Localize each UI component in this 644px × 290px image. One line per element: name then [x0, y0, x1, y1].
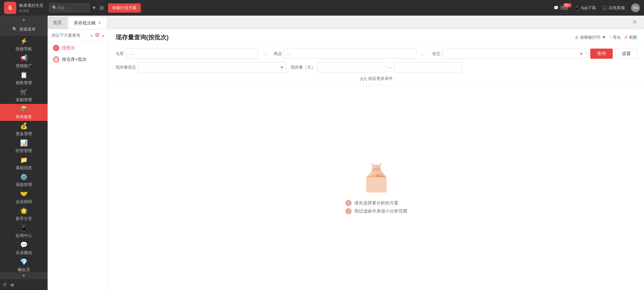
purchase-icon: 🛒 — [20, 88, 28, 96]
sidebar-item-marketing[interactable]: 📢 营销推广 — [0, 53, 48, 70]
sidebar-collapse-btn[interactable]: ◀ — [10, 282, 14, 287]
sidebar-item-wechat[interactable]: 💬 企业微信 — [0, 240, 48, 257]
left-panel-header: 按以下方案查询 + « — [48, 29, 108, 42]
collapse-up-icon: ⋀⋀ — [360, 76, 367, 81]
warehouse-more-btn[interactable]: … — [260, 50, 270, 57]
scheme-wh-batch-label: 按仓库+批次 — [62, 56, 87, 62]
tab-home[interactable]: 首页 — [48, 17, 67, 29]
print-dropdown-icon: ▼ — [602, 35, 606, 40]
user-avatar: Rit — [631, 3, 640, 12]
empty-state-illustration — [359, 162, 393, 196]
tip-item-1: 1 请先选择要分析的方案 — [345, 200, 407, 206]
filter-quantity: 现存量（主） — — [291, 62, 462, 72]
svg-point-2 — [55, 47, 57, 49]
export-btn[interactable]: ↑ 导出 — [609, 35, 621, 40]
quick-nav-icon: ⚡ — [20, 37, 28, 45]
filter-range: — — [317, 62, 462, 72]
query-btn[interactable]: 查询 — [590, 49, 613, 59]
filter-row1-actions: 查询 设置 — [590, 49, 637, 59]
sidebar-item-search-menu[interactable]: 🔍 搜索菜单 — [0, 22, 48, 36]
main-layout: ▲ 🔍 搜索菜单 ⚡ 快捷导航 📢 营销推广 📋 销售管理 🛒 采购管理 — [0, 16, 644, 290]
product-input[interactable] — [284, 49, 416, 59]
product-more-btn[interactable]: … — [419, 50, 428, 57]
sidebar-item-system[interactable]: ⚙️ 系统管理 — [0, 172, 48, 189]
sidebar-item-basic[interactable]: 📁 基础信息 — [0, 155, 48, 172]
page-container: 按以下方案查询 + « — [48, 29, 644, 290]
system-icon: ⚙️ — [20, 173, 28, 181]
sidebar-item-vip[interactable]: 💎 畅会员 — [0, 257, 48, 272]
status-select[interactable] — [442, 49, 586, 59]
messages-btn[interactable]: 💬 消息 99+ — [554, 5, 568, 11]
user-avatar-btn[interactable]: Rit — [631, 3, 640, 12]
scheme-wh-batch-icon — [53, 56, 59, 62]
brand-info: 畅康通好生意 标准版 — [19, 3, 44, 13]
sidebar-item-finance[interactable]: 💰 资金管理 — [0, 121, 48, 138]
settings-btn[interactable]: 设置 — [615, 49, 637, 59]
scheme-batch-icon — [53, 45, 59, 51]
add-scheme-btn[interactable]: + — [90, 33, 93, 38]
status-label: 状态 — [432, 51, 440, 57]
refresh-btn[interactable]: ↺ 刷新 — [624, 35, 637, 40]
tip-num-2: 2 — [345, 208, 352, 214]
filter-row-1: 仓库 … 商品 … 状态 — [116, 49, 637, 59]
inventory-status-select-wrapper: ▼ — [138, 62, 287, 72]
refresh-icon: ↺ — [624, 35, 628, 40]
scheme-settings-btn[interactable] — [95, 33, 100, 38]
scheme-icon-inner — [54, 46, 58, 50]
experience-btn[interactable]: 体验行业方案 — [108, 3, 141, 13]
search-dropdown-btn[interactable]: ▼ — [92, 5, 97, 11]
page-title: 现存量查询(按批次) — [116, 33, 169, 41]
tip-text-1: 请先选择要分析的方案 — [354, 200, 399, 206]
brand-name: 畅康通好生意 — [19, 3, 44, 8]
sidebar-item-apps[interactable]: 📱 应用中心 — [0, 223, 48, 240]
scheme-by-batch[interactable]: 按批次 — [48, 42, 108, 54]
warehouse-input[interactable] — [126, 49, 258, 59]
sidebar-item-newbie[interactable]: 🌟 新手引导 — [0, 206, 48, 223]
wechat-icon: 💬 — [20, 241, 28, 249]
tab-bar: 首页 库存批次账 ✕ ✕ — [48, 16, 644, 29]
settings-icon — [95, 33, 100, 37]
inventory-status-select[interactable] — [138, 62, 287, 72]
left-panel-actions: + « — [90, 33, 104, 38]
search-icon: 🔍 — [52, 5, 57, 10]
tab-bar-close-btn[interactable]: ✕ — [632, 18, 637, 26]
sidebar-settings-btn[interactable]: ⚙ — [3, 282, 7, 287]
sidebar-scroll-down[interactable]: ▼ — [0, 272, 48, 279]
sidebar-item-operations[interactable]: 📊 经营管理 — [0, 138, 48, 155]
quantity-max-input[interactable] — [394, 62, 462, 72]
tab-close-btn[interactable]: ✕ — [98, 21, 101, 25]
enterprise-icon: 🤝 — [20, 190, 28, 198]
tip-item-2: 2 用过滤条件来缩小分析范围 — [345, 208, 407, 214]
app-download-btn[interactable]: 📱 App下载 — [574, 5, 596, 11]
collapse-conditions-btn[interactable]: ⋀⋀ 收起更多条件 — [360, 76, 393, 81]
filter-area: 仓库 … 商品 … 状态 — [109, 44, 644, 86]
global-search[interactable]: 🔍 搜索 — [49, 3, 90, 12]
range-separator: — — [388, 65, 392, 70]
content-area: 首页 库存批次账 ✕ ✕ 按以下方案查询 + — [48, 16, 644, 290]
sidebar-item-inventory[interactable]: 📦 库存核算 — [0, 104, 48, 121]
warehouse-label: 仓库 — [116, 51, 124, 57]
print-icon: 🖨 — [575, 35, 579, 40]
online-service-btn[interactable]: 🎧 在线客服 — [602, 5, 625, 11]
sidebar-item-enterprise[interactable]: 🤝 企业协同 — [0, 189, 48, 206]
sidebar-scroll-up[interactable]: ▲ — [0, 16, 48, 22]
print-btn[interactable]: 🖨 按模板打印 ▼ — [575, 35, 606, 40]
headset-icon: 🎧 — [602, 5, 607, 10]
scheme-by-warehouse-batch[interactable]: 按仓库+批次 — [48, 54, 108, 65]
tab-inventory-batch[interactable]: 库存批次账 ✕ — [68, 17, 107, 29]
inventory-icon: 📦 — [20, 105, 28, 113]
phone-icon: 📱 — [574, 5, 579, 10]
newbie-icon: 🌟 — [20, 207, 28, 215]
collapse-panel-btn[interactable]: « — [102, 33, 104, 38]
sidebar-items: 🔍 搜索菜单 ⚡ 快捷导航 📢 营销推广 📋 销售管理 🛒 采购管理 📦 — [0, 22, 48, 272]
sidebar-item-purchase[interactable]: 🛒 采购管理 — [0, 87, 48, 104]
quantity-min-input[interactable] — [317, 62, 385, 72]
topbar-right: 💬 消息 99+ 📱 App下载 🎧 在线客服 Rit — [554, 3, 640, 12]
sidebar-bottom: ⚙ ◀ — [0, 279, 48, 290]
left-panel-title: 按以下方案查询 — [52, 33, 80, 38]
topbar-settings-btn[interactable]: ⚙ — [99, 5, 104, 11]
filter-product: 商品 … — [274, 49, 428, 59]
sidebar-item-quick-nav[interactable]: ⚡ 快捷导航 — [0, 36, 48, 53]
page-header: 现存量查询(按批次) 🖨 按模板打印 ▼ ↑ 导出 ↺ — [109, 29, 644, 44]
sidebar-item-sales[interactable]: 📋 销售管理 — [0, 70, 48, 87]
